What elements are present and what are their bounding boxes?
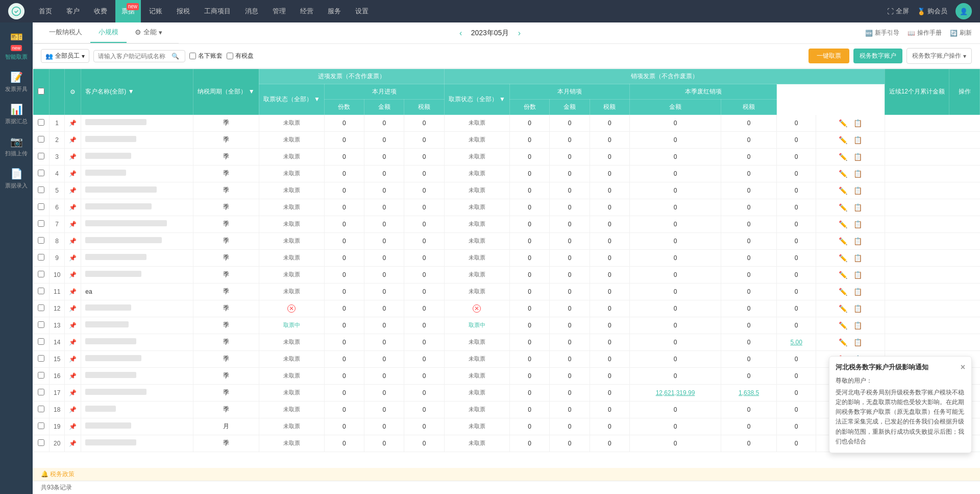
sub-account-checkbox[interactable] — [189, 53, 196, 59]
pin-icon[interactable]: 📌 — [69, 372, 77, 380]
row-checkbox[interactable] — [38, 237, 44, 244]
edit-btn[interactable]: ✏️ — [837, 253, 849, 263]
tab-all[interactable]: ⚙ 全能 ▾ — [127, 22, 170, 43]
nav-invoice[interactable]: 票据 new — [115, 0, 141, 22]
pin-icon[interactable]: 📌 — [69, 288, 77, 295]
cumulative-value[interactable]: 5.00 — [790, 339, 802, 346]
digital-account-btn[interactable]: 税务数字账户 — [853, 49, 902, 63]
new-guide-btn[interactable]: 🆕 新手引导 — [865, 29, 899, 37]
sidebar-item-ticket-entry[interactable]: 📄 票据录入 — [2, 163, 31, 194]
pin-icon[interactable]: 📌 — [69, 254, 77, 262]
select-all-checkbox[interactable] — [38, 88, 44, 95]
member-btn[interactable]: 🏅 购会员 — [917, 7, 947, 16]
period-next-btn[interactable]: › — [513, 27, 525, 39]
pin-icon[interactable]: 📌 — [69, 271, 77, 278]
copy-btn[interactable]: 📋 — [851, 337, 864, 347]
pin-icon[interactable]: 📌 — [69, 339, 77, 346]
edit-btn[interactable]: ✏️ — [837, 337, 849, 347]
edit-btn[interactable]: ✏️ — [837, 152, 849, 162]
copy-btn[interactable]: 📋 — [851, 320, 864, 331]
tab-small-scale[interactable]: 小规模 — [90, 22, 127, 43]
search-input[interactable] — [98, 53, 169, 60]
nav-customer[interactable]: 客户 — [60, 0, 86, 22]
row-checkbox[interactable] — [38, 186, 44, 193]
edit-btn[interactable]: ✏️ — [837, 185, 849, 196]
edit-btn[interactable]: ✏️ — [837, 202, 849, 213]
row-checkbox[interactable] — [38, 119, 44, 126]
pin-icon[interactable]: 📌 — [69, 406, 77, 413]
copy-btn[interactable]: 📋 — [851, 287, 864, 297]
row-checkbox[interactable] — [38, 271, 44, 277]
edit-btn[interactable]: ✏️ — [837, 219, 849, 229]
pin-icon[interactable]: 📌 — [69, 221, 77, 228]
digital-account-ops-btn[interactable]: 税务数字账户操作 ▾ — [906, 48, 972, 64]
notice-close-btn[interactable]: × — [961, 363, 965, 372]
employee-select[interactable]: 👥 全部员工 ▾ — [41, 49, 89, 63]
red-amount-value[interactable]: 12,621,319.99 — [656, 389, 695, 396]
edit-btn[interactable]: ✏️ — [837, 287, 849, 297]
nav-messages[interactable]: 消息 — [239, 0, 264, 22]
copy-btn[interactable]: 📋 — [851, 303, 864, 314]
sidebar-item-smart-ticket[interactable]: 🎫 new 智能取票 — [2, 27, 31, 65]
sidebar-item-ticket-summary[interactable]: 📊 票据汇总 — [2, 99, 31, 129]
row-checkbox[interactable] — [38, 355, 44, 362]
fullscreen-btn[interactable]: ⛶ 全屏 — [887, 7, 909, 16]
copy-btn[interactable]: 📋 — [851, 202, 864, 213]
pin-icon[interactable]: 📌 — [69, 356, 77, 363]
tax-disk-checkbox[interactable] — [227, 53, 233, 59]
pin-icon[interactable]: 📌 — [69, 187, 77, 194]
search-icon[interactable]: 🔍 — [172, 53, 179, 60]
pin-icon[interactable]: 📌 — [69, 238, 77, 245]
row-checkbox[interactable] — [38, 288, 44, 294]
copy-btn[interactable]: 📋 — [851, 185, 864, 196]
row-checkbox[interactable] — [38, 136, 44, 143]
row-checkbox[interactable] — [38, 372, 44, 379]
nav-service[interactable]: 服务 — [322, 0, 347, 22]
row-checkbox[interactable] — [38, 220, 44, 227]
checkbox-sub-account[interactable]: 名下账套 — [189, 52, 223, 60]
copy-btn[interactable]: 📋 — [851, 118, 864, 128]
pin-icon[interactable]: 📌 — [69, 136, 77, 144]
nav-billing[interactable]: 收费 — [88, 0, 113, 22]
row-checkbox[interactable] — [38, 170, 44, 176]
edit-btn[interactable]: ✏️ — [837, 118, 849, 128]
pin-icon[interactable]: 📌 — [69, 120, 77, 127]
user-avatar[interactable]: 👤 — [955, 3, 972, 19]
red-tax-value[interactable]: 1,638.5 — [739, 389, 759, 396]
pin-icon[interactable]: 📌 — [69, 440, 77, 447]
edit-btn[interactable]: ✏️ — [837, 270, 849, 280]
nav-operations[interactable]: 经营 — [294, 0, 320, 22]
pin-icon[interactable]: 📌 — [69, 305, 77, 312]
copy-btn[interactable]: 📋 — [851, 152, 864, 162]
nav-tax[interactable]: 报税 — [170, 0, 196, 22]
copy-btn[interactable]: 📋 — [851, 169, 864, 179]
copy-btn[interactable]: 📋 — [851, 236, 864, 246]
row-checkbox[interactable] — [38, 203, 44, 210]
pin-icon[interactable]: 📌 — [69, 322, 77, 329]
nav-business[interactable]: 工商项目 — [198, 0, 237, 22]
copy-btn[interactable]: 📋 — [851, 219, 864, 229]
edit-btn[interactable]: ✏️ — [837, 320, 849, 331]
edit-btn[interactable]: ✏️ — [837, 236, 849, 246]
copy-btn[interactable]: 📋 — [851, 253, 864, 263]
pin-icon[interactable]: 📌 — [69, 153, 77, 160]
row-checkbox[interactable] — [38, 338, 44, 345]
edit-btn[interactable]: ✏️ — [837, 303, 849, 314]
row-checkbox[interactable] — [38, 422, 44, 429]
pin-icon[interactable]: 📌 — [69, 204, 77, 211]
row-checkbox[interactable] — [38, 321, 44, 328]
copy-btn[interactable]: 📋 — [851, 270, 864, 280]
pin-icon[interactable]: 📌 — [69, 170, 77, 177]
nav-accounting[interactable]: 记账 — [143, 0, 168, 22]
row-checkbox[interactable] — [38, 153, 44, 159]
row-checkbox[interactable] — [38, 406, 44, 412]
pin-icon[interactable]: 📌 — [69, 423, 77, 430]
sidebar-item-invoice-open[interactable]: 📝 发票开具 — [2, 67, 31, 97]
quick-ticket-btn[interactable]: 一键取票 — [808, 49, 849, 63]
nav-home[interactable]: 首页 — [33, 0, 58, 22]
row-checkbox[interactable] — [38, 304, 44, 311]
pin-icon[interactable]: 📌 — [69, 389, 77, 396]
nav-management[interactable]: 管理 — [266, 0, 292, 22]
row-checkbox[interactable] — [38, 439, 44, 446]
manual-btn[interactable]: 📖 操作手册 — [908, 29, 942, 37]
